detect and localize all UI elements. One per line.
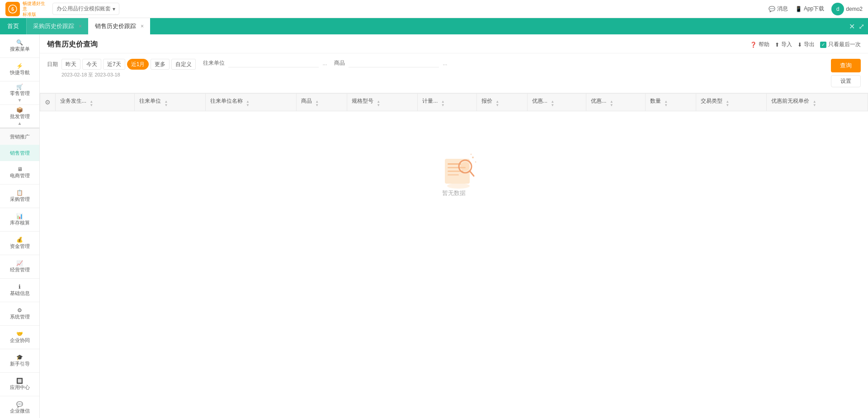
sidebar: 🔍 搜索菜单 ⚡ 快捷导航 🛒 零售管理 ▼ 📦 批发管理 ▲ 营销推广 销售管… <box>0 34 40 418</box>
table-gear-icon[interactable]: ⚙ <box>45 99 51 106</box>
col-biz-date[interactable]: 业务发生... ▲▼ <box>56 94 135 111</box>
table-body: 暂无数据 <box>40 111 868 234</box>
sidebar-item-wholesale[interactable]: 📦 批发管理 ▲ <box>0 105 39 128</box>
tabbar: 首页 采购历史价跟踪 × 销售历史价跟踪 × ✕ ⤢ <box>0 18 868 34</box>
svg-rect-7 <box>448 174 459 176</box>
date-filter-group: 日期 昨天 今天 近7天 近1月 更多 自定义 2023-02-18 至 202… <box>47 59 196 78</box>
enterprise-icon: 🤝 <box>16 331 23 337</box>
sidebar-item-operations[interactable]: 📈 经营管理 <box>0 255 39 279</box>
main-layout: 🔍 搜索菜单 ⚡ 快捷导航 🛒 零售管理 ▼ 📦 批发管理 ▲ 营销推广 销售管… <box>0 34 868 418</box>
col-discount1[interactable]: 优惠... ▲▼ <box>527 94 586 111</box>
sort-icon-price: ▲▼ <box>495 100 499 107</box>
last-only-checkbox[interactable]: ✓ 只看最后一次 <box>820 41 861 48</box>
wholesale-arrow-icon: ▲ <box>18 121 22 126</box>
goods-ellipsis[interactable]: ... <box>443 60 447 66</box>
sidebar-item-guide[interactable]: 🎓 新手引导 <box>0 349 39 373</box>
col-discount2[interactable]: 优惠... ▲▼ <box>586 94 646 111</box>
export-icon: ⬇ <box>797 42 802 48</box>
col-goods[interactable]: 商品 ▲▼ <box>296 94 347 111</box>
logo-text: 畅捷通好生意 标准版 <box>23 1 45 17</box>
table-header: ⚙ 业务发生... ▲▼ 往来单位 ▲▼ 往来单位名称 ▲▼ <box>40 94 868 111</box>
topbar-right: 💬 消息 📱 App下载 d demo2 <box>769 3 863 15</box>
date-btn-yesterday[interactable]: 昨天 <box>61 59 80 70</box>
col-quantity[interactable]: 数量 ▲▼ <box>645 94 696 111</box>
tab-home[interactable]: 首页 <box>0 18 26 34</box>
system-icon: ⚙ <box>17 307 22 314</box>
partner-filter-group: 往来单位 ... <box>203 59 327 67</box>
tab-maximize-btn[interactable]: ⤢ <box>859 22 864 31</box>
tab-purchase[interactable]: 采购历史价跟踪 × <box>26 18 88 34</box>
date-buttons: 昨天 今天 近7天 近1月 更多 自定义 <box>61 59 196 70</box>
col-partner-name[interactable]: 往来单位名称 ▲▼ <box>205 94 296 111</box>
sidebar-item-retail[interactable]: 🛒 零售管理 ▼ <box>0 81 39 105</box>
sidebar-item-marketing[interactable]: 营销推广 <box>0 128 39 145</box>
user-menu[interactable]: d demo2 <box>831 3 863 15</box>
sort-icon-trade-type: ▲▼ <box>726 100 729 107</box>
sidebar-item-enterprise[interactable]: 🤝 企业协同 <box>0 326 39 349</box>
checkbox-checked-icon: ✓ <box>820 42 826 48</box>
sidebar-item-inventory[interactable]: 📊 库存核算 <box>0 208 39 232</box>
page-header: 销售历史价查询 ❓ 帮助 ⬆ 导入 ⬇ 导出 ✓ 只看最后一次 <box>40 34 868 53</box>
tab-sales[interactable]: 销售历史价跟踪 × <box>88 18 150 34</box>
info-icon: ℹ <box>19 284 21 290</box>
import-icon: ⬆ <box>775 42 779 48</box>
help-btn[interactable]: ❓ 帮助 <box>750 41 769 48</box>
partner-input[interactable] <box>228 59 319 67</box>
sort-icon-goods: ▲▼ <box>315 100 319 107</box>
date-btn-last7[interactable]: 近7天 <box>103 59 125 70</box>
tab-purchase-close[interactable]: × <box>79 23 82 29</box>
partner-label: 往来单位 <box>203 59 225 67</box>
date-btn-last1m[interactable]: 近1月 <box>127 59 149 70</box>
svg-line-10 <box>470 171 474 176</box>
logo-area: 6 畅捷通好生意 标准版 <box>5 1 45 17</box>
export-btn[interactable]: ⬇ 导出 <box>797 41 815 48</box>
chevron-down-icon: ▾ <box>113 6 115 12</box>
sidebar-item-search[interactable]: 🔍 搜索菜单 <box>0 34 39 58</box>
import-btn[interactable]: ⬆ 导入 <box>775 41 792 48</box>
sort-icon-partner-name: ▲▼ <box>246 100 250 107</box>
sidebar-item-purchase-mgmt[interactable]: 📋 采购管理 <box>0 185 39 208</box>
goods-filter-group: 商品 ... <box>334 59 447 67</box>
app-download-btn[interactable]: 📱 App下载 <box>795 5 824 13</box>
topbar: 6 畅捷通好生意 标准版 办公用品行业模拟账套 ▾ 💬 消息 📱 App下载 d… <box>0 0 868 18</box>
date-btn-custom[interactable]: 自定义 <box>171 59 196 70</box>
sidebar-item-finance[interactable]: 💰 资金管理 <box>0 232 39 255</box>
svg-point-13 <box>471 154 472 155</box>
sidebar-item-apps[interactable]: 🔲 应用中心 <box>0 373 39 396</box>
sidebar-item-quick[interactable]: ⚡ 快捷导航 <box>0 58 39 81</box>
sort-icon-biz-date: ▲▼ <box>90 100 93 107</box>
tab-sales-close[interactable]: × <box>141 23 144 29</box>
page-title: 销售历史价查询 <box>47 40 98 49</box>
download-icon: 📱 <box>795 6 802 12</box>
col-price[interactable]: 报价 ▲▼ <box>476 94 527 111</box>
col-partner-code[interactable]: 往来单位 ▲▼ <box>135 94 206 111</box>
tab-close-all-btn[interactable]: ✕ <box>849 22 855 31</box>
sidebar-item-basic[interactable]: ℹ 基础信息 <box>0 279 39 302</box>
wechat-icon: 💬 <box>16 401 23 408</box>
col-unit[interactable]: 计量... ▲▼ <box>418 94 477 111</box>
finance-icon: 💰 <box>16 237 23 243</box>
sidebar-item-system[interactable]: ⚙ 系统管理 <box>0 302 39 326</box>
date-btn-today[interactable]: 今天 <box>82 59 101 70</box>
date-label: 日期 <box>47 59 58 70</box>
filter-area: 日期 昨天 今天 近7天 近1月 更多 自定义 2023-02-18 至 202… <box>40 53 868 93</box>
sort-icon-quantity: ▲▼ <box>664 100 668 107</box>
partner-ellipsis[interactable]: ... <box>322 60 327 66</box>
date-btn-more[interactable]: 更多 <box>151 59 170 70</box>
query-button[interactable]: 查询 <box>831 59 861 72</box>
col-pre-tax-price[interactable]: 优惠前无税单价 ▲▼ <box>767 94 868 111</box>
filter-actions: 查询 设置 <box>831 59 861 87</box>
col-spec[interactable]: 规格型号 ▲▼ <box>347 94 418 111</box>
sort-icon-discount2: ▲▼ <box>610 100 613 107</box>
sidebar-item-ecommerce[interactable]: 🖥 电商管理 <box>0 161 39 185</box>
app-selector[interactable]: 办公用品行业模拟账套 ▾ <box>52 3 119 15</box>
sort-icon-unit: ▲▼ <box>441 100 445 107</box>
col-trade-type[interactable]: 交易类型 ▲▼ <box>696 94 767 111</box>
empty-row: 暂无数据 <box>40 111 868 234</box>
message-btn[interactable]: 💬 消息 <box>769 5 788 13</box>
sidebar-item-wechat[interactable]: 💬 企业微信 <box>0 396 39 418</box>
sidebar-item-sales-mgmt[interactable]: 销售管理 <box>0 145 39 161</box>
goods-input[interactable] <box>349 59 439 67</box>
tabbar-right: ✕ ⤢ <box>849 18 868 34</box>
filter-settings-button[interactable]: 设置 <box>831 75 861 87</box>
